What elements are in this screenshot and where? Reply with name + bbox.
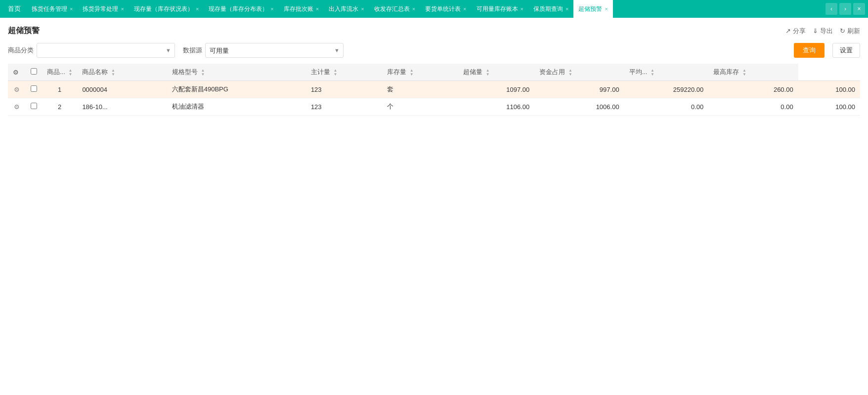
column-product-name[interactable]: 商品名称 ▲▼ — [77, 64, 167, 81]
nav-tab-出入库流水[interactable]: 出入库流水× — [324, 0, 369, 18]
row-product-name: 六配套新昌490BPG — [167, 81, 306, 98]
close-tab-icon[interactable]: × — [412, 6, 415, 12]
nav-tab-保质期查询[interactable]: 保质期查询× — [528, 0, 573, 18]
column-capital[interactable]: 资金占用 ▲▼ — [534, 64, 624, 81]
row-checkbox[interactable] — [31, 85, 37, 92]
table-row: ⚙ 1 0000004 六配套新昌490BPG 123 套 1097.00 99… — [8, 81, 860, 98]
close-tab-icon[interactable]: × — [270, 6, 273, 12]
row-index: 1 — [42, 81, 77, 98]
close-tab-icon[interactable]: × — [361, 6, 364, 12]
data-table: ⚙ 商品... ▲▼ 商品名称 ▲▼ 规格型号 ▲▼ 主计 — [8, 64, 860, 116]
row-gear-icon[interactable]: ⚙ — [14, 103, 20, 111]
column-max-stock[interactable]: 最高库存 ▲▼ — [708, 64, 798, 81]
row-avg: 260.00 — [708, 81, 798, 98]
nav-home[interactable]: 首页 — [2, 0, 27, 18]
header-actions: ↗ 分享 ⇓ 导出 ↻ 刷新 — [785, 27, 860, 36]
nav-arrows: ‹ › × — [825, 3, 866, 15]
category-label: 商品分类 — [8, 46, 34, 55]
table-row: ⚙ 2 186-10... 机油滤清器 123 个 1106.00 1006.0… — [8, 98, 860, 116]
nav-next-button[interactable]: › — [839, 3, 851, 15]
select-all-checkbox[interactable] — [31, 68, 37, 75]
column-overstock[interactable]: 超储量 ▲▼ — [458, 64, 534, 81]
row-max-stock: 100.00 — [798, 98, 860, 116]
column-stock[interactable]: 库存量 ▲▼ — [382, 64, 458, 81]
nav-tab-现存量库存分布表[interactable]: 现存量（库存分布表）× — [204, 0, 278, 18]
nav-prev-button[interactable]: ‹ — [825, 3, 837, 15]
column-gear[interactable]: ⚙ — [8, 64, 26, 81]
row-stock: 1097.00 — [458, 81, 534, 98]
share-button[interactable]: ↗ 分享 — [785, 27, 806, 36]
row-unit: 个 — [382, 98, 458, 116]
category-filter: 商品分类 ▼ — [8, 43, 175, 58]
row-checkbox[interactable] — [31, 103, 37, 109]
sort-arrows-overstock: ▲▼ — [486, 69, 490, 77]
nav-tab-库存批次账[interactable]: 库存批次账× — [279, 0, 324, 18]
export-icon: ⇓ — [813, 27, 818, 35]
nav-menu-button[interactable]: × — [853, 3, 865, 15]
gear-icon[interactable]: ⚙ — [13, 69, 19, 76]
datasource-select-wrapper: 可用量 ▼ — [205, 43, 344, 58]
sort-arrows-max-stock: ▲▼ — [742, 69, 746, 77]
close-tab-icon[interactable]: × — [521, 6, 523, 12]
sort-arrows-product-code: ▲▼ — [68, 69, 72, 77]
row-checkbox-cell[interactable] — [26, 81, 42, 98]
column-avg[interactable]: 平均... ▲▼ — [624, 64, 709, 81]
refresh-icon: ↻ — [840, 27, 845, 35]
sort-arrows-avg: ▲▼ — [651, 69, 654, 77]
filter-row: 商品分类 ▼ 数据源 可用量 ▼ 查询 设置 — [8, 43, 860, 58]
close-tab-icon[interactable]: × — [565, 6, 568, 12]
sort-arrows-spec: ▲▼ — [201, 69, 205, 77]
datasource-label: 数据源 — [183, 46, 202, 55]
row-capital: 0.00 — [624, 98, 709, 116]
column-select-all[interactable] — [26, 64, 42, 81]
row-product-name: 机油滤清器 — [167, 98, 306, 116]
column-unit[interactable]: 主计量 ▲▼ — [306, 64, 382, 81]
nav-tab-收发存汇总表[interactable]: 收发存汇总表× — [369, 0, 420, 18]
nav-tab-拣货任务管理[interactable]: 拣货任务管理× — [27, 0, 78, 18]
row-index: 2 — [42, 98, 77, 116]
close-tab-icon[interactable]: × — [196, 6, 199, 12]
nav-tab-超储预警[interactable]: 超储预警× — [573, 0, 612, 18]
nav-tab-可用量库存账本[interactable]: 可用量库存账本× — [472, 0, 528, 18]
top-nav: 首页 拣货任务管理×拣货异常处理×现存量（库存状况表）×现存量（库存分布表）×库… — [0, 0, 868, 18]
share-icon: ↗ — [785, 27, 791, 35]
close-tab-icon[interactable]: × — [463, 6, 466, 12]
datasource-filter: 数据源 可用量 ▼ — [183, 43, 344, 58]
row-capital: 259220.00 — [624, 81, 709, 98]
category-select[interactable] — [37, 43, 175, 58]
close-tab-icon[interactable]: × — [605, 6, 608, 12]
query-button[interactable]: 查询 — [794, 43, 825, 58]
row-unit: 套 — [382, 81, 458, 98]
close-tab-icon[interactable]: × — [316, 6, 319, 12]
row-gear-cell[interactable]: ⚙ — [8, 98, 26, 116]
page-header: 超储预警 ↗ 分享 ⇓ 导出 ↻ 刷新 — [8, 26, 860, 36]
column-product-code[interactable]: 商品... ▲▼ — [42, 64, 77, 81]
row-checkbox-cell[interactable] — [26, 98, 42, 116]
row-avg: 0.00 — [708, 98, 798, 116]
column-spec[interactable]: 规格型号 ▲▼ — [167, 64, 306, 81]
nav-tab-现存量库存状况表[interactable]: 现存量（库存状况表）× — [129, 0, 204, 18]
nav-tab-要货单统计表[interactable]: 要货单统计表× — [420, 0, 471, 18]
category-select-wrapper: ▼ — [37, 43, 175, 58]
sort-arrows-unit: ▲▼ — [334, 69, 338, 77]
sort-arrows-capital: ▲▼ — [568, 69, 572, 77]
row-spec: 123 — [306, 98, 382, 116]
row-stock: 1106.00 — [458, 98, 534, 116]
close-tab-icon[interactable]: × — [121, 6, 124, 12]
row-spec: 123 — [306, 81, 382, 98]
nav-tab-拣货异常处理[interactable]: 拣货异常处理× — [78, 0, 129, 18]
row-gear-icon[interactable]: ⚙ — [14, 86, 20, 93]
row-product-code: 186-10... — [77, 98, 167, 116]
close-tab-icon[interactable]: × — [70, 6, 73, 12]
row-gear-cell[interactable]: ⚙ — [8, 81, 26, 98]
row-overstock: 997.00 — [534, 81, 624, 98]
datasource-select[interactable]: 可用量 — [205, 43, 344, 58]
export-button[interactable]: ⇓ 导出 — [813, 27, 833, 36]
page-title: 超储预警 — [8, 26, 40, 36]
row-max-stock: 100.00 — [798, 81, 860, 98]
sort-arrows-product-name: ▲▼ — [111, 69, 115, 77]
refresh-button[interactable]: ↻ 刷新 — [840, 27, 860, 36]
table-header-row: ⚙ 商品... ▲▼ 商品名称 ▲▼ 规格型号 ▲▼ 主计 — [8, 64, 860, 81]
page-content: 超储预警 ↗ 分享 ⇓ 导出 ↻ 刷新 商品分类 ▼ — [0, 18, 868, 395]
settings-button[interactable]: 设置 — [832, 43, 860, 58]
